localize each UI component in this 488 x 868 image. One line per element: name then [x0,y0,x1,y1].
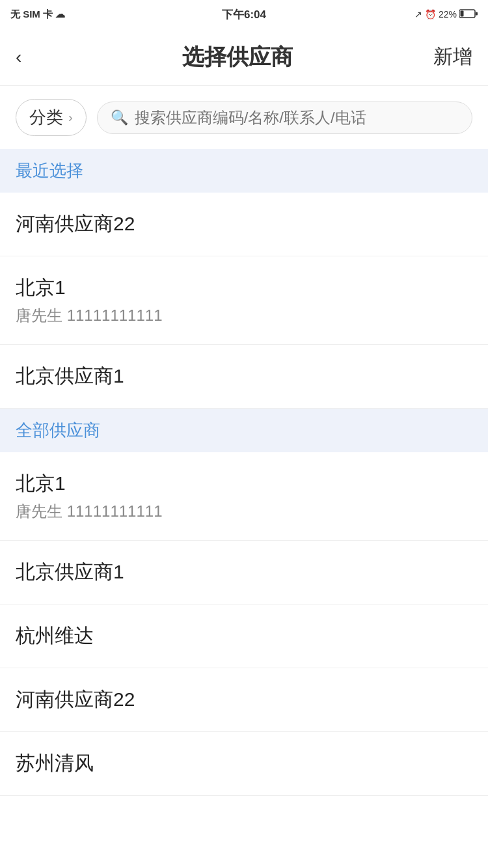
all-list: 北京1唐先生 11111111111北京供应商1杭州维达河南供应商22苏州清风 [0,452,488,796]
all-section-header: 全部供应商 [0,409,488,452]
list-item[interactable]: 北京1唐先生 11111111111 [0,452,488,541]
category-label: 分类 [29,106,63,129]
alarm-icon: ⏰ [425,9,436,20]
item-name: 苏州清风 [16,750,472,777]
status-right: ↗ ⏰ 22% [414,9,478,20]
item-name: 杭州维达 [16,623,472,649]
filter-bar: 分类 › 🔍 [0,86,488,149]
item-name: 北京1 [16,470,472,497]
item-sub: 唐先生 11111111111 [16,305,472,326]
list-item[interactable]: 河南供应商22 [0,193,488,256]
page-title: 选择供应商 [182,42,293,72]
status-time: 下午6:04 [222,7,266,22]
location-icon: ↗ [414,9,422,20]
item-sub: 唐先生 11111111111 [16,501,472,522]
search-box[interactable]: 🔍 [97,102,472,134]
item-name: 北京1 [16,275,472,301]
nav-bar: ‹ 选择供应商 新增 [0,29,488,86]
status-bar: 无 SIM 卡 ☁ 下午6:04 ↗ ⏰ 22% [0,0,488,29]
recent-list: 河南供应商22北京1唐先生 11111111111北京供应商1 [0,193,488,409]
search-input[interactable] [135,109,459,127]
recent-section-label: 最近选择 [16,161,83,180]
status-left: 无 SIM 卡 ☁ [10,8,65,21]
all-section-label: 全部供应商 [16,420,100,440]
list-item[interactable]: 河南供应商22 [0,668,488,732]
svg-rect-1 [461,10,464,16]
list-item[interactable]: 北京供应商1 [0,541,488,604]
category-filter[interactable]: 分类 › [16,99,87,136]
list-item[interactable]: 北京供应商1 [0,345,488,409]
item-name: 北京供应商1 [16,363,472,390]
svg-rect-2 [476,12,478,15]
recent-section-header: 最近选择 [0,149,488,193]
sim-label: 无 SIM 卡 ☁ [10,8,65,21]
add-button[interactable]: 新增 [420,44,472,70]
search-icon: 🔍 [111,109,128,126]
list-item[interactable]: 杭州维达 [0,604,488,668]
item-name: 北京供应商1 [16,559,472,586]
chevron-right-icon: › [68,110,73,125]
item-name: 河南供应商22 [16,211,472,237]
list-item[interactable]: 北京1唐先生 11111111111 [0,256,488,345]
item-name: 河南供应商22 [16,686,472,713]
back-button[interactable]: ‹ [16,47,55,68]
list-item[interactable]: 苏州清风 [0,732,488,796]
battery-label: 22% [439,9,457,20]
battery-icon [459,9,478,20]
